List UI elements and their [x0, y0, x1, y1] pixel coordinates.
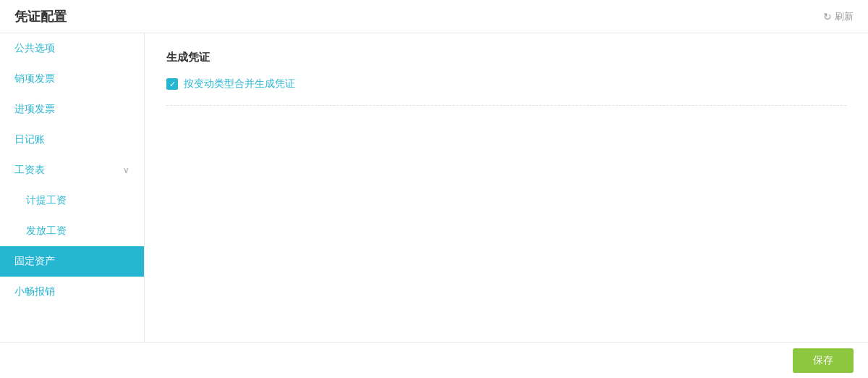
- sidebar-item-fixed-assets[interactable]: 固定资产: [0, 246, 144, 277]
- merge-by-type-checkbox[interactable]: [166, 78, 178, 90]
- content-area: 生成凭证 按变动类型合并生成凭证: [145, 33, 868, 342]
- checkbox-row: 按变动类型合并生成凭证: [166, 77, 846, 91]
- header: 凭证配置 ↻ 刷新: [0, 0, 868, 33]
- sidebar-item-expense-report[interactable]: 小畅报销: [0, 277, 144, 307]
- sidebar-item-label: 销项发票: [14, 72, 55, 85]
- sidebar-item-payroll-calc[interactable]: 计提工资: [0, 185, 144, 216]
- sidebar-item-label: 工资表: [14, 164, 45, 177]
- sidebar-item-purchase-invoice[interactable]: 进项发票: [0, 94, 144, 125]
- save-button[interactable]: 保存: [793, 348, 854, 373]
- footer: 保存: [0, 342, 868, 378]
- refresh-button[interactable]: ↻ 刷新: [823, 10, 854, 23]
- sidebar-item-payroll-table[interactable]: 工资表∨: [0, 155, 144, 185]
- section-divider: [166, 105, 846, 106]
- chevron-down-icon: ∨: [123, 165, 129, 175]
- sidebar-item-sales-invoice[interactable]: 销项发票: [0, 64, 144, 94]
- sidebar-item-label: 发放工资: [26, 224, 67, 238]
- sidebar-item-public-options[interactable]: 公共选项: [0, 33, 144, 64]
- refresh-icon: ↻: [823, 11, 832, 22]
- sidebar-item-label: 进项发票: [14, 103, 55, 116]
- merge-by-type-label[interactable]: 按变动类型合并生成凭证: [184, 77, 295, 91]
- sidebar-item-label: 固定资产: [14, 255, 55, 268]
- sidebar-item-journal[interactable]: 日记账: [0, 125, 144, 155]
- sidebar-item-label: 公共选项: [14, 42, 55, 55]
- page-title: 凭证配置: [14, 8, 67, 25]
- refresh-label: 刷新: [835, 10, 854, 23]
- section-title: 生成凭证: [166, 51, 846, 64]
- sidebar-item-label: 小畅报销: [14, 285, 55, 298]
- main-layout: 公共选项销项发票进项发票日记账工资表∨计提工资发放工资固定资产小畅报销 生成凭证…: [0, 33, 868, 342]
- sidebar-item-payroll-pay[interactable]: 发放工资: [0, 216, 144, 246]
- sidebar-item-label: 计提工资: [26, 194, 67, 207]
- sidebar-item-label: 日记账: [14, 133, 45, 146]
- sidebar: 公共选项销项发票进项发票日记账工资表∨计提工资发放工资固定资产小畅报销: [0, 33, 145, 342]
